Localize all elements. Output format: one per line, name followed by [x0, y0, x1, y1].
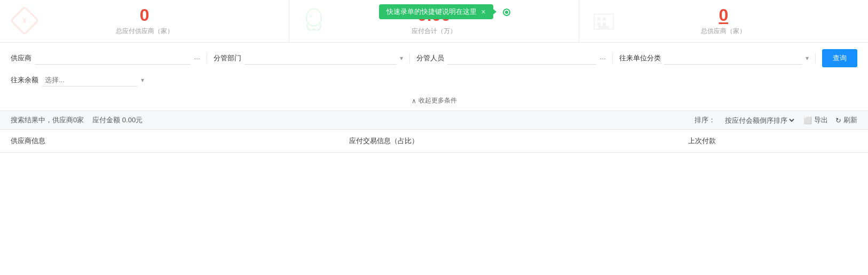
- stats-bar: ¥ 0 总应付供应商（家） 0.00 应付合计（万）: [0, 0, 868, 43]
- tooltip-text: 快速录单的快捷键说明在这里: [386, 7, 477, 17]
- supplier-label: 供应商: [11, 53, 31, 63]
- divider-1: [207, 53, 207, 64]
- sort-label: 排序：: [695, 115, 715, 125]
- filter-department: 分管部门 ▾: [214, 52, 403, 65]
- stat-total-payable-suppliers: ¥ 0 总应付供应商（家）: [0, 0, 289, 42]
- export-action[interactable]: ⬜ 导出: [803, 115, 828, 125]
- category-label: 往来单位分类: [619, 53, 661, 63]
- divider-4: [815, 53, 816, 64]
- stat-payable-total: 0.00 应付合计（万） 快速录单的快捷键说明在这里 ×: [289, 0, 579, 42]
- stat-total-suppliers: 0 总供应商（家）: [579, 0, 868, 42]
- filter-person: 分管人员 ···: [416, 52, 606, 65]
- result-bar: 搜索结果中，供应商0家 应付金额 0.00元 排序： 按应付会额倒序排序 ⬜ 导…: [0, 111, 868, 130]
- svg-point-3: [309, 14, 312, 18]
- refresh-label: 刷新: [843, 115, 857, 125]
- col-transaction-header: 应付交易信息（占比）: [349, 136, 688, 146]
- collapse-label: 收起更多条件: [419, 96, 457, 105]
- category-dropdown-icon[interactable]: ▾: [806, 54, 809, 62]
- balance-input[interactable]: [42, 74, 138, 87]
- payable-total-label: 应付合计（万）: [412, 27, 456, 36]
- refresh-icon: ↻: [835, 116, 841, 124]
- svg-rect-0: [11, 7, 38, 34]
- department-input[interactable]: [244, 52, 397, 65]
- export-label: 导出: [814, 115, 828, 125]
- col-lastpay-header: 上次付款: [688, 136, 857, 146]
- person-dots[interactable]: ···: [599, 54, 606, 62]
- supplier-input[interactable]: [35, 52, 191, 65]
- result-supplier-count: 搜索结果中，供应商0家: [11, 115, 84, 125]
- tooltip-close-icon[interactable]: ×: [481, 7, 485, 16]
- filter-row-1: 供应商 ··· 分管部门 ▾ 分管人员 ··· 往来单位分类 ▾ 查询: [11, 49, 857, 67]
- svg-rect-9: [603, 22, 606, 26]
- svg-rect-4: [594, 14, 613, 29]
- table-header: 供应商信息 应付交易信息（占比） 上次付款: [0, 130, 868, 153]
- balance-label: 往来余额: [11, 75, 38, 85]
- svg-rect-5: [597, 17, 601, 20]
- sort-select[interactable]: 按应付会额倒序排序: [723, 116, 796, 125]
- divider-3: [612, 53, 613, 64]
- shortcut-tooltip: 快速录单的快捷键说明在这里 ×: [379, 4, 493, 19]
- total-suppliers-value: 0: [719, 6, 728, 23]
- svg-rect-6: [603, 17, 606, 20]
- total-payable-value: 0: [140, 6, 149, 23]
- department-dropdown-icon[interactable]: ▾: [400, 54, 403, 62]
- filter-category: 往来单位分类 ▾: [619, 52, 809, 65]
- query-button[interactable]: 查询: [822, 49, 857, 67]
- diamond-bg-icon: ¥: [11, 6, 38, 36]
- filter-bar: 供应商 ··· 分管部门 ▾ 分管人员 ··· 往来单位分类 ▾ 查询: [0, 43, 868, 111]
- collapse-bar: ∧ 收起更多条件: [11, 93, 857, 111]
- svg-rect-8: [597, 22, 601, 26]
- collapse-button[interactable]: ∧ 收起更多条件: [412, 96, 457, 105]
- department-label: 分管部门: [214, 53, 241, 63]
- table-body: [0, 153, 868, 275]
- collapse-icon: ∧: [412, 97, 416, 105]
- total-payable-label: 总应付供应商（家）: [116, 27, 173, 36]
- person-input[interactable]: [447, 52, 596, 65]
- tooltip-dot: [504, 10, 509, 15]
- result-info: 搜索结果中，供应商0家 应付金额 0.00元: [11, 115, 143, 125]
- result-payable-amount: 应付金额 0.00元: [92, 115, 143, 125]
- refresh-action[interactable]: ↻ 刷新: [835, 115, 857, 125]
- export-icon: ⬜: [803, 116, 812, 124]
- svg-point-2: [306, 9, 321, 26]
- building-bg-icon: [590, 6, 618, 36]
- result-actions: 排序： 按应付会额倒序排序 ⬜ 导出 ↻ 刷新: [695, 115, 857, 125]
- filter-balance: 往来余额 ▾: [11, 74, 128, 87]
- col-supplier-header: 供应商信息: [11, 136, 349, 146]
- candy-bg-icon: [300, 6, 328, 36]
- supplier-dots[interactable]: ···: [194, 54, 200, 62]
- filter-supplier: 供应商 ···: [11, 52, 200, 65]
- category-input[interactable]: [664, 52, 802, 65]
- balance-dropdown-icon[interactable]: ▾: [141, 76, 144, 84]
- svg-text:¥: ¥: [22, 15, 27, 24]
- divider-2: [409, 53, 410, 64]
- svg-rect-10: [598, 26, 609, 29]
- total-suppliers-label: 总供应商（家）: [701, 27, 746, 36]
- filter-row-2: 往来余额 ▾: [11, 74, 857, 87]
- person-label: 分管人员: [416, 53, 444, 63]
